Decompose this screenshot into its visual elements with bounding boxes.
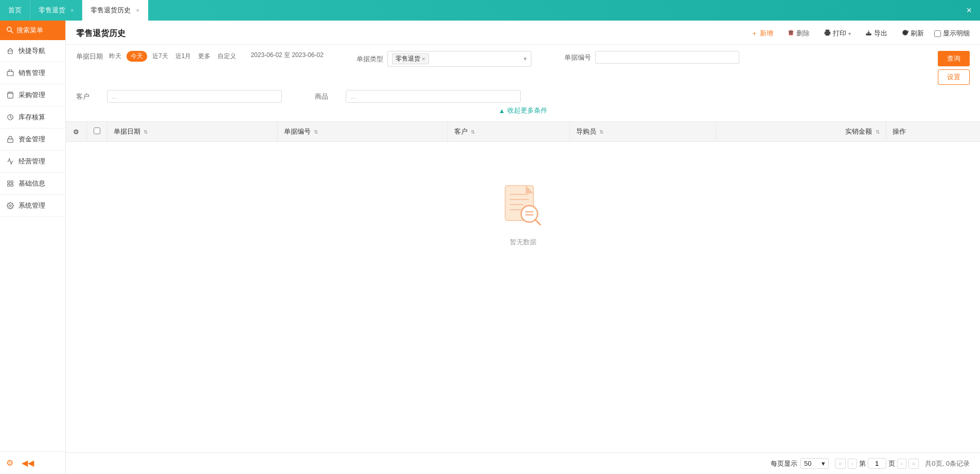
- tab-retail-return[interactable]: 零售退货 ×: [30, 0, 82, 21]
- date-today[interactable]: 今天: [127, 51, 147, 62]
- volume-icon[interactable]: ◀◀: [22, 458, 34, 468]
- print-label: 打印: [833, 29, 846, 38]
- customer-label: 客户: [76, 92, 103, 101]
- top-nav: 首页 零售退货 × 零售退货历史 × ×: [0, 0, 980, 21]
- operations-icon: [6, 157, 14, 166]
- refresh-button[interactable]: 刷新: [898, 27, 928, 40]
- window-close-button[interactable]: ×: [958, 5, 980, 16]
- main-layout: 搜索菜单 快捷导航 销售管理 采购管理 库存核算: [0, 21, 980, 474]
- svg-rect-10: [11, 184, 13, 186]
- search-icon: [6, 26, 13, 35]
- th-guide-sort-icon[interactable]: ⇅: [599, 129, 603, 135]
- collapse-up-icon: ▲: [498, 107, 505, 115]
- collapse-button[interactable]: ▲ 收起更多条件: [76, 106, 970, 115]
- tab-retail-return-history-close[interactable]: ×: [136, 7, 139, 13]
- sidebar-item-inventory[interactable]: 库存核算: [0, 106, 65, 129]
- date-custom[interactable]: 自定义: [216, 51, 238, 62]
- th-customer-label: 客户: [454, 127, 468, 135]
- svg-rect-7: [8, 181, 10, 183]
- date-yesterday[interactable]: 昨天: [107, 51, 123, 62]
- sidebar: 搜索菜单 快捷导航 销售管理 采购管理 库存核算: [0, 21, 66, 474]
- tab-bar: 首页 零售退货 × 零售退货历史 ×: [0, 0, 958, 21]
- delete-icon: [788, 29, 794, 38]
- basic-info-icon: [6, 179, 14, 188]
- th-customer: 客户 ⇅: [448, 122, 569, 142]
- filter-row-1: 单据日期 昨天 今天 近7天 近1月 更多 自定义 2023-06-02 至 2…: [76, 51, 970, 85]
- date-last1m[interactable]: 近1月: [173, 51, 193, 62]
- svg-line-1: [11, 31, 13, 33]
- date-more[interactable]: 更多: [196, 51, 212, 62]
- svg-rect-9: [8, 184, 10, 186]
- sidebar-item-quick-nav[interactable]: 快捷导航: [0, 40, 65, 62]
- sidebar-item-finance[interactable]: 资金管理: [0, 129, 65, 151]
- th-date-sort-icon[interactable]: ⇅: [144, 129, 148, 135]
- new-button[interactable]: ＋ 新增: [747, 27, 777, 40]
- date-filter-label: 单据日期: [76, 52, 103, 61]
- sidebar-item-basic-info[interactable]: 基础信息: [0, 173, 65, 195]
- print-icon: [824, 29, 831, 38]
- prev-page-button[interactable]: ‹: [848, 459, 857, 469]
- content-area: 零售退货历史 ＋ 新增 删除 打印 ▾: [66, 21, 980, 474]
- settings-gear-icon[interactable]: ⚙: [6, 458, 13, 468]
- page-input-group: 第 页: [859, 458, 895, 469]
- th-docno: 单据编号 ⇅: [277, 122, 448, 142]
- show-detail-checkbox-group[interactable]: 显示明细: [934, 29, 970, 38]
- sidebar-item-finance-label: 资金管理: [19, 135, 45, 144]
- sidebar-item-purchase[interactable]: 采购管理: [0, 84, 65, 106]
- th-docno-sort-icon[interactable]: ⇅: [314, 129, 318, 135]
- type-tag-remove[interactable]: ×: [422, 56, 425, 63]
- customer-input[interactable]: ...: [107, 90, 282, 103]
- settings-button[interactable]: 设置: [938, 69, 970, 85]
- page-title: 零售退货历史: [76, 28, 126, 39]
- type-select-dropdown-icon: ▾: [524, 56, 527, 62]
- svg-rect-8: [11, 181, 13, 183]
- date-last7[interactable]: 近7天: [150, 51, 170, 62]
- tab-home[interactable]: 首页: [0, 0, 30, 21]
- table-header-row: ⚙ 单据日期 ⇅ 单据编号 ⇅: [66, 122, 980, 142]
- empty-icon: [497, 183, 549, 229]
- tab-retail-return-label: 零售退货: [39, 6, 65, 15]
- th-docno-label: 单据编号: [284, 127, 311, 135]
- sidebar-item-system[interactable]: 系统管理: [0, 195, 65, 217]
- th-action: 操作: [886, 122, 980, 142]
- show-detail-checkbox[interactable]: [934, 30, 941, 37]
- type-select[interactable]: 零售退货 × ▾: [387, 51, 531, 67]
- th-amount-sort-icon[interactable]: ⇅: [876, 129, 880, 135]
- print-dropdown-icon: ▾: [848, 31, 851, 37]
- th-action-label: 操作: [893, 127, 906, 135]
- last-page-button[interactable]: »: [908, 459, 919, 469]
- goods-input[interactable]: ...: [346, 90, 521, 103]
- page-unit: 页: [888, 459, 895, 468]
- th-settings[interactable]: ⚙: [66, 122, 86, 142]
- query-button[interactable]: 查询: [938, 51, 970, 66]
- show-detail-label: 显示明细: [943, 29, 970, 38]
- tab-retail-return-history[interactable]: 零售退货历史 ×: [82, 0, 148, 21]
- next-page-button[interactable]: ›: [897, 459, 906, 469]
- first-page-button[interactable]: «: [835, 459, 846, 469]
- svg-line-22: [535, 220, 540, 225]
- delete-button[interactable]: 删除: [783, 27, 814, 40]
- sidebar-search[interactable]: 搜索菜单: [0, 21, 65, 40]
- page-label: 第: [859, 459, 866, 468]
- sales-icon: [6, 69, 14, 77]
- export-label: 导出: [874, 29, 887, 38]
- sidebar-bottom: ⚙ ◀◀: [0, 451, 65, 474]
- collapse-label: 收起更多条件: [507, 106, 547, 115]
- column-settings-icon[interactable]: ⚙: [73, 128, 79, 136]
- page-size-dropdown[interactable]: 50 ▾: [800, 458, 829, 469]
- page-number-input[interactable]: [868, 458, 886, 469]
- docno-input[interactable]: [595, 51, 739, 64]
- goods-label: 商品: [315, 92, 342, 101]
- tab-retail-return-close[interactable]: ×: [70, 7, 74, 13]
- sidebar-item-operations[interactable]: 经营管理: [0, 151, 65, 173]
- sidebar-item-sales[interactable]: 销售管理: [0, 62, 65, 84]
- th-customer-sort-icon[interactable]: ⇅: [471, 129, 475, 135]
- page-header: 零售退货历史 ＋ 新增 删除 打印 ▾: [66, 21, 980, 45]
- export-button[interactable]: 导出: [861, 27, 892, 40]
- tab-retail-return-history-label: 零售退货历史: [91, 6, 131, 15]
- date-range-text: 2023-06-02 至 2023-06-02: [251, 51, 323, 60]
- th-checkbox[interactable]: [86, 122, 107, 142]
- goods-filter: 商品 ...: [315, 90, 521, 103]
- print-button[interactable]: 打印 ▾: [820, 27, 855, 40]
- select-all-checkbox[interactable]: [94, 127, 100, 134]
